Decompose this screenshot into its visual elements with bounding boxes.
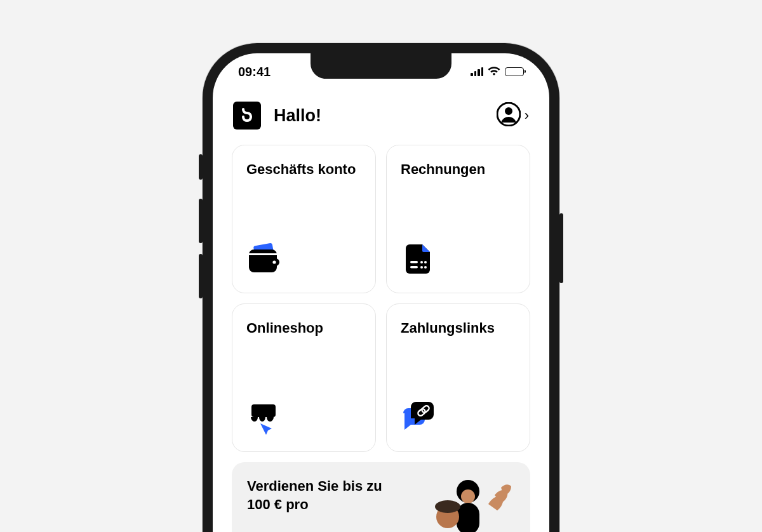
card-business-account[interactable]: Geschäfts konto (232, 145, 376, 293)
people-illustration-icon (413, 477, 515, 532)
card-invoices[interactable]: Rechnungen (386, 145, 530, 293)
person-icon (497, 102, 521, 129)
svg-point-5 (272, 260, 276, 263)
card-title: Onlineshop (246, 319, 361, 337)
feature-grid: Geschäfts konto Rechnungen (213, 145, 549, 452)
battery-icon (505, 67, 524, 76)
profile-button[interactable]: › (497, 102, 529, 129)
chevron-right-icon: › (525, 107, 529, 124)
status-time: 09:41 (238, 65, 271, 79)
svg-point-17 (461, 489, 475, 503)
status-indicators (471, 65, 524, 79)
svg-point-9 (420, 261, 423, 263)
card-onlineshop[interactable]: Onlineshop (232, 303, 376, 452)
card-payment-links[interactable]: Zahlungslinks (386, 303, 530, 452)
app-header: Hallo! › (213, 90, 549, 145)
svg-point-10 (424, 261, 427, 263)
svg-point-20 (435, 500, 460, 513)
wallet-icon (246, 241, 282, 276)
app-logo-icon[interactable] (233, 102, 261, 130)
link-chat-icon (401, 399, 436, 435)
wifi-icon (488, 65, 500, 79)
phone-frame: 09:41 Hallo! (203, 43, 559, 532)
greeting-text: Hallo! (274, 106, 484, 126)
svg-point-12 (424, 266, 427, 269)
phone-screen: 09:41 Hallo! (213, 53, 549, 532)
document-icon (401, 241, 436, 276)
banner-title: Verdienen Sie bis zu 100 € pro (247, 477, 403, 514)
svg-rect-8 (410, 266, 418, 269)
svg-rect-6 (249, 253, 277, 255)
referral-banner[interactable]: Verdienen Sie bis zu 100 € pro (232, 462, 530, 532)
svg-point-1 (505, 107, 512, 115)
svg-point-11 (420, 266, 423, 269)
card-title: Zahlungslinks (401, 319, 516, 337)
svg-rect-7 (410, 261, 418, 263)
phone-notch (311, 53, 451, 79)
card-title: Geschäfts konto (246, 161, 361, 178)
cellular-icon (471, 67, 483, 76)
storefront-icon (246, 399, 282, 435)
svg-rect-13 (251, 404, 276, 417)
card-title: Rechnungen (401, 161, 516, 178)
